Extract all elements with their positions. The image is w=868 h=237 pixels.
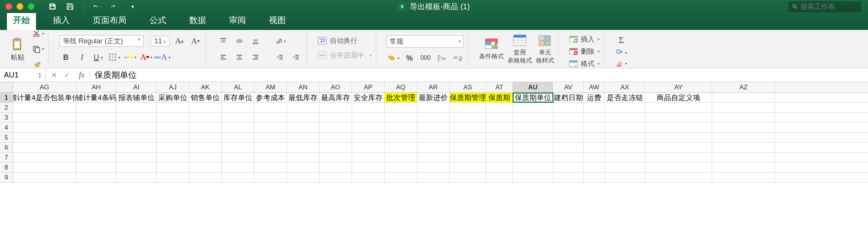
redo-button[interactable] [111,2,119,11]
cell-AH8[interactable] [76,163,116,172]
cell-AG1[interactable]: 辅计量4是否包装单位 [13,93,76,102]
increase-indent-button[interactable] [290,51,303,63]
cell-AR5[interactable] [417,133,450,142]
bold-button[interactable]: B [59,51,72,63]
cell-AT3[interactable] [486,113,513,122]
cell-AW8[interactable] [584,163,605,172]
column-header-AS[interactable]: AS [450,82,486,92]
cell-AT4[interactable] [486,123,513,132]
row-header-9[interactable]: 9 [0,173,13,182]
wrap-text-button[interactable]: 自动换行 [318,36,357,45]
cell-AU3[interactable] [513,113,553,122]
undo-button[interactable] [93,2,102,11]
cell-AU7[interactable] [513,153,553,162]
cell-AN8[interactable] [287,163,319,172]
column-header-AQ[interactable]: AQ [385,82,417,92]
comma-style-button[interactable]: 000 [419,52,432,64]
delete-cells-button[interactable]: 删除▾ [569,47,600,56]
close-window-button[interactable] [5,3,12,10]
cell-AQ2[interactable] [385,103,417,112]
formula-input[interactable]: 保质期单位 [90,69,868,81]
cell-AG8[interactable] [13,163,76,172]
cell-AH3[interactable] [76,113,116,122]
decrease-decimal-button[interactable]: .00.0 [451,52,464,64]
column-header-AM[interactable]: AM [254,82,287,92]
cell-AX5[interactable] [605,133,645,142]
cell-AX3[interactable] [605,113,645,122]
cell-AJ4[interactable] [157,123,189,132]
cell-AT7[interactable] [486,153,513,162]
cell-AP1[interactable]: 安全库存 [352,93,385,102]
cell-AR3[interactable] [417,113,450,122]
select-all-corner[interactable] [0,82,13,92]
cell-AW3[interactable] [584,113,605,122]
cell-AX2[interactable] [605,103,645,112]
cell-AP7[interactable] [352,153,385,162]
cell-AQ3[interactable] [385,113,417,122]
tab-视图[interactable]: 视图 [263,12,292,30]
paste-button[interactable]: 粘贴 [8,36,28,62]
cell-AZ3[interactable] [712,113,775,122]
increase-decimal-button[interactable]: .0.00 [435,52,448,64]
cell-AL5[interactable] [222,133,254,142]
number-format-combo[interactable]: 常规▾ [387,35,463,48]
cell-AN6[interactable] [287,143,319,152]
cell-AW9[interactable] [584,173,605,182]
cell-AU9[interactable] [513,173,553,182]
row-header-1[interactable]: 1 [0,93,13,102]
merge-center-button[interactable]: 合并后居中 ▾ [318,51,372,60]
font-size-combo[interactable]: 11▾ [151,36,170,46]
cell-AT1[interactable]: 保质期 [486,93,513,102]
cell-AH1[interactable]: 辅计量4条码 [76,93,116,102]
cell-AR1[interactable]: 最新进价 [417,93,450,102]
tab-插入[interactable]: 插入 [47,12,76,30]
align-left-button[interactable] [217,51,230,63]
cell-AR2[interactable] [417,103,450,112]
cell-AK1[interactable]: 销售单位 [189,93,222,102]
enter-formula-button[interactable]: ✓ [64,71,70,79]
cell-AS4[interactable] [450,123,486,132]
tab-数据[interactable]: 数据 [183,12,212,30]
cell-AX9[interactable] [605,173,645,182]
fx-label[interactable]: fx [79,71,84,79]
conditional-formatting-button[interactable]: ≠ 条件格式 [479,37,504,61]
column-header-AZ[interactable]: AZ [712,82,775,92]
cell-AM2[interactable] [254,103,287,112]
cell-AS7[interactable] [450,153,486,162]
orientation-button[interactable]: ab [274,35,287,47]
cell-AY7[interactable] [645,153,712,162]
cell-AN7[interactable] [287,153,319,162]
font-color-button[interactable]: A [140,51,153,63]
cell-AM6[interactable] [254,143,287,152]
cell-AQ5[interactable] [385,133,417,142]
cell-AY6[interactable] [645,143,712,152]
cell-AV3[interactable] [553,113,584,122]
cell-AT8[interactable] [486,163,513,172]
cell-AO7[interactable] [319,153,352,162]
cell-AS8[interactable] [450,163,486,172]
save-as-icon[interactable] [66,2,74,11]
cell-AU5[interactable] [513,133,553,142]
cell-AI8[interactable] [116,163,157,172]
column-header-AG[interactable]: AG [13,82,76,92]
cell-AO5[interactable] [319,133,352,142]
cell-AI9[interactable] [116,173,157,182]
cell-AV2[interactable] [553,103,584,112]
cell-AZ6[interactable] [712,143,775,152]
fill-button[interactable] [615,49,628,56]
cell-AU6[interactable] [513,143,553,152]
cell-AK7[interactable] [189,153,222,162]
autosum-button[interactable]: Σ [615,35,628,46]
cell-AY9[interactable] [645,173,712,182]
column-header-AV[interactable]: AV [553,82,584,92]
cell-AJ8[interactable] [157,163,189,172]
qat-customize-icon[interactable]: ▾ [128,2,137,11]
percent-button[interactable]: % [403,52,416,64]
cell-AT6[interactable] [486,143,513,152]
cell-AH9[interactable] [76,173,116,182]
cell-AR9[interactable] [417,173,450,182]
cell-AV1[interactable]: 建档日期 [553,93,584,102]
cell-AG2[interactable] [13,103,76,112]
search-sheet-box[interactable] [788,1,861,12]
cell-AS2[interactable] [450,103,486,112]
